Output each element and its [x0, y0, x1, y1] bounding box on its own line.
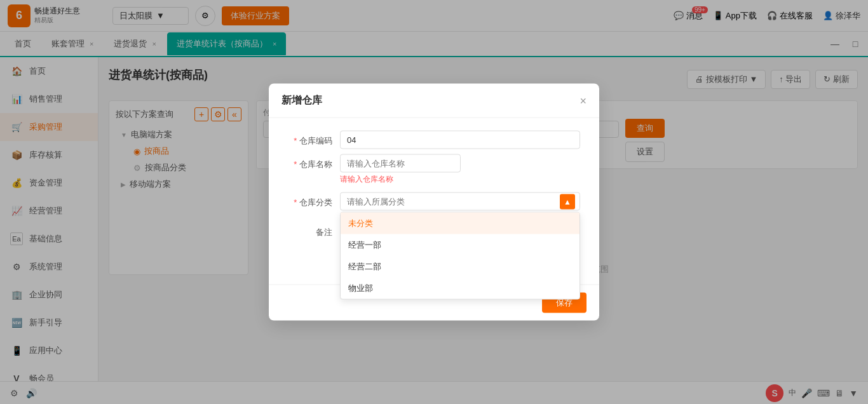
category-label: 仓库分类	[288, 192, 332, 208]
category-row: 仓库分类 ▲ 未分类 经营一部 经营二部 物业部	[288, 192, 580, 211]
category-wrapper: ▲ 未分类 经营一部 经营二部 物业部	[340, 192, 580, 211]
dropdown-item-uncategorized[interactable]: 未分类	[341, 213, 580, 234]
code-input[interactable]	[340, 131, 580, 149]
category-dropdown: 未分类 经营一部 经营二部 物业部	[340, 212, 580, 300]
dropdown-item-dept1[interactable]: 经营一部	[341, 234, 580, 256]
chevron-up-icon: ▲	[564, 197, 571, 206]
name-label: 仓库名称	[288, 154, 332, 170]
name-row: 仓库名称 请输入仓库名称	[340, 154, 580, 185]
dialog-close-button[interactable]: ×	[580, 95, 587, 106]
name-input[interactable]	[340, 154, 461, 173]
remark-label: 备注	[288, 222, 332, 238]
code-row: 仓库编码	[288, 131, 580, 149]
dialog-title: 新增仓库	[281, 94, 322, 107]
category-toggle-button[interactable]: ▲	[560, 194, 575, 209]
name-error-message: 请输入仓库名称	[340, 174, 461, 185]
dropdown-item-dept2[interactable]: 经营二部	[341, 256, 580, 278]
dialog-body: 仓库编码 仓库名称 请输入仓库名称 仓库分类 ▲	[269, 118, 599, 285]
dialog-header: 新增仓库 ×	[269, 84, 599, 118]
category-input[interactable]	[340, 192, 580, 211]
dropdown-item-property[interactable]: 物业部	[341, 278, 580, 299]
code-label: 仓库编码	[288, 131, 332, 147]
add-warehouse-dialog: 新增仓库 × 仓库编码 仓库名称 请输入仓库名称 仓库分类 ▲	[269, 84, 599, 321]
